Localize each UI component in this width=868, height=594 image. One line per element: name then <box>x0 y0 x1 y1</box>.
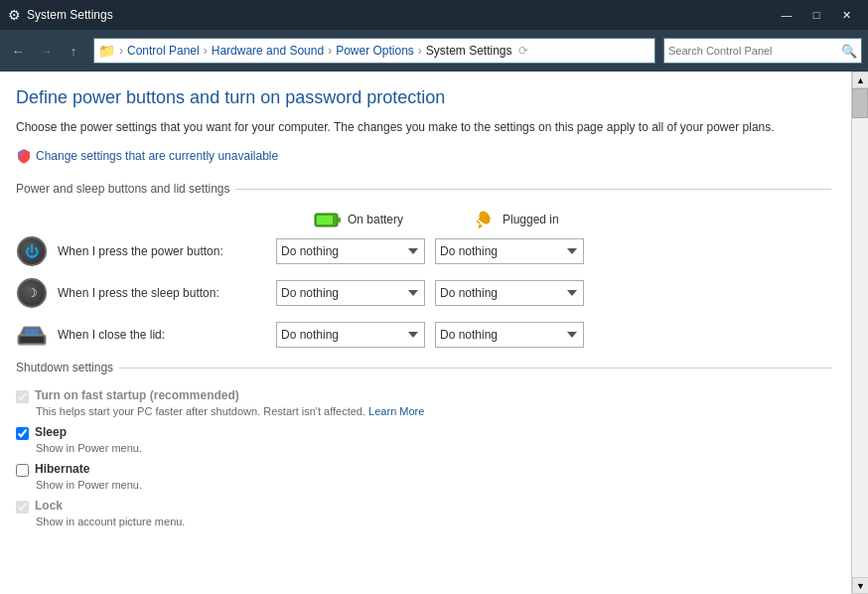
up-button[interactable]: ↑ <box>62 39 85 63</box>
close-button[interactable]: ✕ <box>832 5 860 25</box>
breadcrumb-control-panel[interactable]: Control Panel <box>127 44 200 58</box>
scrollbar[interactable]: ▲ ▼ <box>851 72 868 594</box>
hibernate-sublabel: Show in Power menu. <box>36 479 831 491</box>
scrollbar-thumb[interactable] <box>852 88 868 118</box>
lock-label: Lock <box>35 499 63 513</box>
shield-uac-icon <box>16 148 32 164</box>
titlebar-title: System Settings <box>27 8 113 22</box>
content-area: Define power buttons and turn on passwor… <box>0 72 868 594</box>
sleep-sublabel: Show in Power menu. <box>36 442 831 454</box>
minimize-button[interactable]: — <box>773 5 800 25</box>
lid-row: When I close the lid: Do nothing Sleep H… <box>16 319 831 351</box>
svg-marker-4 <box>478 223 483 228</box>
change-settings-link[interactable]: Change settings that are currently unava… <box>16 148 831 164</box>
laptop-lid-icon <box>16 323 48 347</box>
folder-icon: 📁 <box>98 43 115 59</box>
plug-icon <box>473 210 497 229</box>
address-bar: 📁 › Control Panel › Hardware and Sound ›… <box>93 38 655 64</box>
shutdown-section-header: Shutdown settings <box>16 361 831 374</box>
breadcrumb-power-options[interactable]: Power Options <box>336 44 414 58</box>
power-button-row: When I press the power button: Do nothin… <box>16 235 831 267</box>
hibernate-label: Hibernate <box>35 462 89 476</box>
page-title: Define power buttons and turn on passwor… <box>16 87 831 108</box>
maximize-button[interactable]: □ <box>802 5 830 25</box>
sleep-button-dropdowns: Do nothing Sleep Hibernate Shut down Tur… <box>276 280 584 306</box>
hibernate-row: Hibernate <box>16 462 831 477</box>
fast-startup-checkbox[interactable] <box>16 390 29 403</box>
svg-line-5 <box>477 221 480 223</box>
fast-startup-sublabel: This helps start your PC faster after sh… <box>36 405 831 417</box>
svg-rect-1 <box>317 216 333 224</box>
power-button-on-battery-select[interactable]: Do nothing Sleep Hibernate Shut down Tur… <box>276 238 425 264</box>
plugged-in-header: Plugged in <box>473 210 632 229</box>
search-bar: 🔍 <box>663 38 862 64</box>
titlebar-app-icon: ⚙ <box>8 7 21 23</box>
lid-on-battery-select[interactable]: Do nothing Sleep Hibernate Shut down Tur… <box>276 322 425 348</box>
main-scroll: Define power buttons and turn on passwor… <box>0 72 851 594</box>
page-description: Choose the power settings that you want … <box>16 118 831 136</box>
breadcrumb-system-settings: System Settings <box>426 44 512 58</box>
svg-rect-9 <box>25 329 39 335</box>
power-sleep-section-header: Power and sleep buttons and lid settings <box>16 182 831 196</box>
sleep-label: Sleep <box>35 425 67 439</box>
scroll-down-arrow[interactable]: ▼ <box>852 577 868 594</box>
search-button[interactable]: 🔍 <box>841 44 857 59</box>
navbar: ← → ↑ 📁 › Control Panel › Hardware and S… <box>0 30 868 72</box>
lock-row: Lock <box>16 499 831 514</box>
power-button-dropdowns: Do nothing Sleep Hibernate Shut down Tur… <box>276 238 584 264</box>
back-button[interactable]: ← <box>6 39 30 63</box>
fast-startup-learn-more[interactable]: Learn More <box>368 405 424 417</box>
change-settings-text: Change settings that are currently unava… <box>36 149 278 163</box>
lock-checkbox[interactable] <box>16 501 29 514</box>
lid-icon-container <box>16 319 48 351</box>
hibernate-checkbox[interactable] <box>16 464 29 477</box>
fast-startup-label: Turn on fast startup (recommended) <box>35 388 239 402</box>
sleep-button-plugged-in-select[interactable]: Do nothing Sleep Hibernate Shut down Tur… <box>435 280 584 306</box>
lock-sublabel: Show in account picture menu. <box>36 516 831 527</box>
fast-startup-row: Turn on fast startup (recommended) <box>16 388 831 403</box>
svg-rect-2 <box>338 218 341 223</box>
on-battery-header: On battery <box>314 210 473 229</box>
titlebar: ⚙ System Settings — □ ✕ <box>0 0 868 30</box>
search-input[interactable] <box>668 45 841 57</box>
refresh-icon[interactable]: ⟳ <box>518 44 528 58</box>
sleep-button-icon <box>16 277 48 309</box>
sleep-button-row: When I press the sleep button: Do nothin… <box>16 277 831 309</box>
sleep-button-label: When I press the sleep button: <box>58 286 276 300</box>
sleep-checkbox[interactable] <box>16 427 29 440</box>
lid-dropdowns: Do nothing Sleep Hibernate Shut down Tur… <box>276 322 584 348</box>
column-headers: On battery Plugged in <box>314 210 831 229</box>
power-button-icon <box>16 235 48 267</box>
titlebar-left: ⚙ System Settings <box>8 7 113 23</box>
sleep-row: Sleep <box>16 425 831 440</box>
forward-button[interactable]: → <box>34 39 58 63</box>
power-button-label: When I press the power button: <box>58 244 276 258</box>
breadcrumb-hardware-sound[interactable]: Hardware and Sound <box>212 44 324 58</box>
sleep-button-on-battery-select[interactable]: Do nothing Sleep Hibernate Shut down Tur… <box>276 280 425 306</box>
lid-label: When I close the lid: <box>58 328 276 342</box>
svg-rect-8 <box>20 337 44 343</box>
titlebar-controls: — □ ✕ <box>773 5 860 25</box>
power-button-plugged-in-select[interactable]: Do nothing Sleep Hibernate Shut down Tur… <box>435 238 584 264</box>
scroll-up-arrow[interactable]: ▲ <box>852 72 868 88</box>
shutdown-section: Turn on fast startup (recommended) This … <box>16 388 831 527</box>
battery-icon <box>314 210 342 229</box>
lid-plugged-in-select[interactable]: Do nothing Sleep Hibernate Shut down Tur… <box>435 322 584 348</box>
